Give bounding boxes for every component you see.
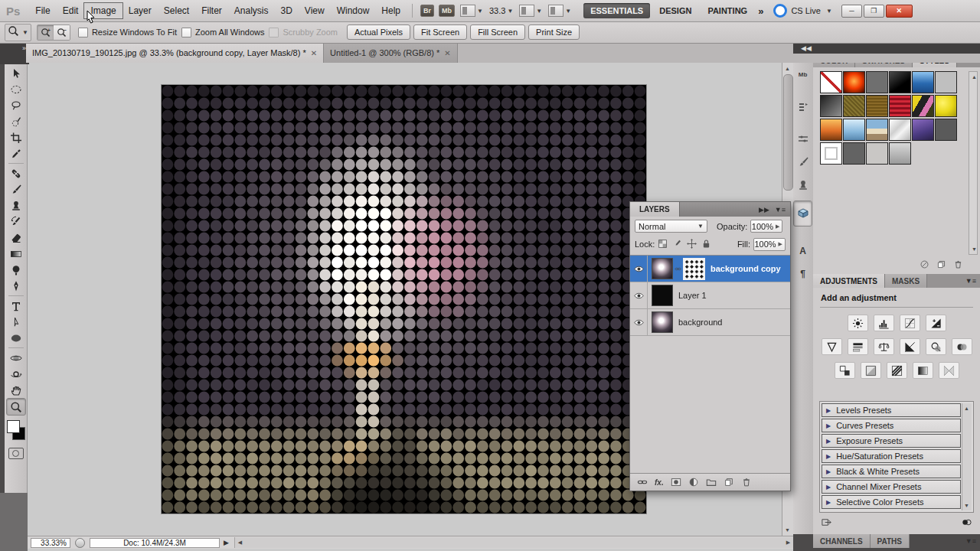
new-adjustment-button[interactable] xyxy=(688,477,699,487)
collapse-panel-icon[interactable]: ▶▶ xyxy=(759,206,769,214)
layer-visibility-toggle[interactable] xyxy=(630,282,648,308)
spinner-arrow-icon[interactable]: ▶ xyxy=(776,223,779,230)
layer-row-background-copy[interactable]: background copy xyxy=(630,256,790,282)
history-panel-button[interactable] xyxy=(794,98,812,116)
style-swatch-4[interactable] xyxy=(889,71,911,93)
menu-layer[interactable]: Layer xyxy=(122,3,158,18)
scroll-up-arrow[interactable]: ▲ xyxy=(782,64,792,73)
zoom-tool[interactable] xyxy=(6,398,26,416)
eraser-tool[interactable] xyxy=(7,230,25,246)
history-brush-tool[interactable] xyxy=(7,214,25,230)
tab-masks[interactable]: MASKS xyxy=(885,274,927,288)
document-tab[interactable]: Untitled-1 @ 300% (RGB/8) *✕ xyxy=(324,43,458,63)
style-swatch-18[interactable] xyxy=(935,119,957,141)
preset-hue-saturation-presets[interactable]: ▶Hue/Saturation Presets xyxy=(822,449,961,463)
zoom-in-button[interactable]: + xyxy=(38,25,54,40)
spinner-arrow-icon[interactable]: ▶ xyxy=(779,241,782,247)
style-swatch-14[interactable] xyxy=(843,119,865,141)
new-layer-button[interactable] xyxy=(936,259,946,269)
style-swatch-13[interactable] xyxy=(820,119,842,141)
style-swatch-22[interactable] xyxy=(889,142,911,165)
menu-window[interactable]: Window xyxy=(331,3,376,18)
fit-screen-button[interactable]: Fit Screen xyxy=(413,24,467,40)
workspace-overflow-button[interactable]: » xyxy=(758,5,763,17)
layers-tab[interactable]: LAYERS xyxy=(630,202,680,217)
style-swatch-6[interactable] xyxy=(935,71,957,93)
marquee-tool[interactable] xyxy=(7,81,25,97)
menu-filter[interactable]: Filter xyxy=(195,3,228,18)
style-swatch-12[interactable] xyxy=(935,95,957,117)
launch-mini-bridge-button[interactable]: Mb xyxy=(439,5,455,17)
tab-adjustments[interactable]: ADJUSTMENTS xyxy=(813,274,885,288)
styles-scrollbar[interactable]: ▲ ▼ xyxy=(969,71,978,255)
preset-selective-color-presets[interactable]: ▶Selective Color Presets xyxy=(822,495,961,509)
selective-color-button[interactable] xyxy=(939,362,959,379)
lasso-tool[interactable] xyxy=(7,97,25,113)
workspace-painting[interactable]: PAINTING xyxy=(701,3,754,18)
scroll-right-arrow[interactable]: ▶ xyxy=(783,537,793,548)
menu-edit[interactable]: Edit xyxy=(57,3,85,18)
document-canvas[interactable] xyxy=(161,84,647,514)
close-tab-icon[interactable]: ✕ xyxy=(311,49,317,57)
style-swatch-9[interactable] xyxy=(866,95,888,117)
restore-button[interactable]: ❐ xyxy=(864,5,884,18)
opacity-field[interactable]: 100% ▶ xyxy=(750,220,782,233)
panel-menu-icon[interactable]: ▼≡ xyxy=(965,274,980,288)
menu-help[interactable]: Help xyxy=(375,3,407,18)
type-tool[interactable] xyxy=(7,298,25,314)
exposure-button[interactable] xyxy=(926,315,946,331)
gradient-map-button[interactable] xyxy=(913,362,933,379)
doc-size-field[interactable]: Doc: 10.4M/24.3M xyxy=(90,538,220,548)
layers-cube-panel-button[interactable] xyxy=(793,201,812,227)
paragraph-panel-button[interactable]: ¶ xyxy=(794,265,812,282)
minimize-button[interactable]: ─ xyxy=(841,5,862,18)
scroll-left-arrow[interactable]: ◀ xyxy=(235,537,245,548)
healing-tool[interactable] xyxy=(7,165,25,181)
panel-menu-icon[interactable]: ▼≡ xyxy=(775,206,786,214)
style-swatch-5[interactable] xyxy=(912,71,934,93)
style-swatch-11[interactable] xyxy=(912,95,934,117)
tab-paths[interactable]: PATHS xyxy=(871,534,910,548)
panel-menu-icon[interactable]: ▼≡ xyxy=(965,534,980,548)
invert-button[interactable] xyxy=(835,362,855,379)
vibrance-button[interactable] xyxy=(822,338,842,355)
black-white-button[interactable] xyxy=(900,338,920,355)
rotate-3d-tool[interactable] xyxy=(7,350,25,366)
checkbox-box[interactable] xyxy=(181,28,191,37)
levels-button[interactable] xyxy=(874,315,894,331)
brush-tool[interactable] xyxy=(7,181,25,197)
close-tab-icon[interactable]: ✕ xyxy=(444,49,450,57)
new-layer-button[interactable] xyxy=(724,477,734,487)
quick-select-tool[interactable] xyxy=(7,113,25,129)
clear-style-button[interactable] xyxy=(920,259,929,269)
mini-bridge-panel-button[interactable]: Mb xyxy=(794,66,812,83)
dodge-tool[interactable] xyxy=(7,262,25,278)
menu-analysis[interactable]: Analysis xyxy=(228,3,275,18)
style-swatch-21[interactable] xyxy=(866,142,888,165)
vertical-scroll-thumb[interactable] xyxy=(783,74,793,191)
view-extras-button[interactable]: ▼ xyxy=(519,5,542,17)
current-tool-badge[interactable]: ▼ xyxy=(5,24,31,41)
layer-mask-thumbnail[interactable] xyxy=(683,258,705,280)
tool-presets-panel-button[interactable] xyxy=(794,130,812,148)
posterize-button[interactable] xyxy=(861,362,881,379)
style-swatch-3[interactable] xyxy=(866,71,888,93)
style-swatch-10[interactable] xyxy=(889,95,911,117)
screen-mode-button[interactable]: ▼ xyxy=(548,5,571,17)
print-size-button[interactable]: Print Size xyxy=(528,24,580,40)
layer-row-background[interactable]: background xyxy=(630,309,790,336)
lock-all-button[interactable] xyxy=(701,239,712,249)
lock-transparency-button[interactable] xyxy=(658,239,668,249)
launch-bridge-button[interactable]: Br xyxy=(420,5,434,17)
layer-thumbnail[interactable] xyxy=(652,258,673,279)
quick-mask-button[interactable] xyxy=(8,448,24,459)
layer-thumbnail[interactable] xyxy=(652,311,673,333)
clip-to-layer-icon[interactable] xyxy=(961,517,972,531)
brush-panel-button[interactable] xyxy=(794,153,812,171)
delete-layer-button[interactable] xyxy=(953,259,963,269)
hue-saturation-button[interactable] xyxy=(848,338,868,355)
checkbox-box[interactable] xyxy=(269,28,279,37)
style-swatch-20[interactable] xyxy=(843,142,865,165)
character-panel-button[interactable]: A xyxy=(794,242,812,259)
preset-exposure-presets[interactable]: ▶Exposure Presets xyxy=(822,434,961,448)
